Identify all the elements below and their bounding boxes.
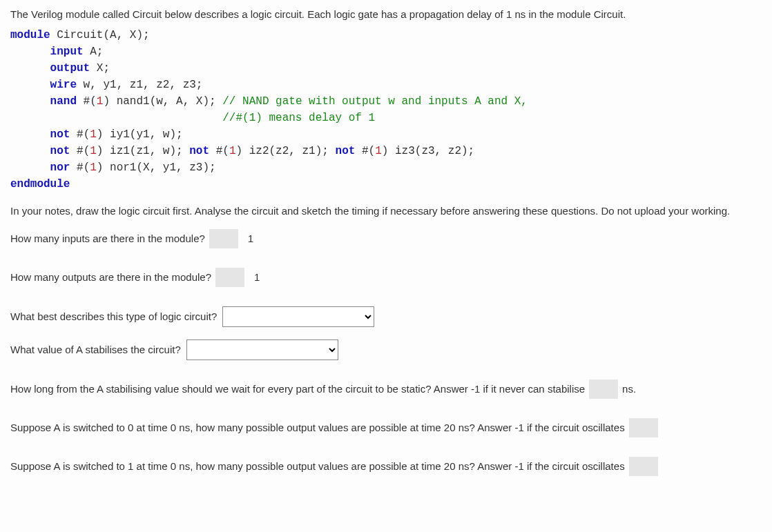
kw-not: not — [336, 145, 356, 157]
q1-answer-box[interactable] — [209, 229, 238, 248]
code-text: ) iz3(z3, z2); — [382, 145, 474, 157]
question-7: Suppose A is switched to 1 at time 0 ns,… — [10, 457, 762, 476]
num: 1 — [375, 145, 382, 157]
code-text: ) iz1(z1, w); — [97, 145, 189, 157]
q5-text: How long from the A stabilising value sh… — [10, 381, 585, 397]
code-text: #( — [70, 161, 90, 174]
intro-text: The Verilog module called Circuit below … — [10, 7, 762, 21]
code-text: #( — [355, 145, 375, 157]
question-5: How long from the A stabilising value sh… — [10, 380, 762, 399]
question-3: What best describes this type of logic c… — [10, 306, 762, 327]
num: 1 — [90, 128, 97, 141]
code-text: ) nor1(X, y1, z3); — [97, 161, 216, 174]
q2-answer: 1 — [254, 269, 260, 286]
question-6: Suppose A is switched to 0 at time 0 ns,… — [10, 418, 762, 437]
code-text: #( — [209, 145, 229, 157]
instruction-note: In your notes, draw the logic circuit fi… — [10, 205, 762, 217]
code-text: A; — [84, 46, 104, 58]
q3-text: What best describes this type of logic c… — [10, 308, 217, 325]
kw-wire: wire — [50, 79, 77, 91]
code-text: ) iz2(z2, z1); — [236, 145, 336, 157]
q7-text: Suppose A is switched to 1 at time 0 ns,… — [10, 458, 625, 475]
kw-nand: nand — [50, 95, 77, 108]
q3-select[interactable] — [222, 306, 374, 327]
kw-module: module — [10, 29, 50, 41]
q2-answer-box[interactable] — [215, 268, 244, 287]
question-2: How many outputs are there in the module… — [10, 268, 762, 287]
q5-unit: ns. — [622, 381, 636, 397]
kw-not: not — [50, 128, 70, 141]
code-text: w, y1, z1, z2, z3; — [77, 79, 202, 91]
kw-output: output — [50, 62, 90, 75]
num: 1 — [90, 161, 97, 174]
q6-text: Suppose A is switched to 0 at time 0 ns,… — [10, 420, 625, 436]
code-text: #( — [70, 145, 90, 157]
code-text: ) iy1(y1, w); — [97, 128, 183, 141]
q4-select[interactable] — [186, 339, 338, 360]
q1-text: How many inputs are there in the module? — [10, 230, 205, 247]
num: 1 — [97, 95, 104, 108]
kw-nor: nor — [50, 161, 70, 174]
q7-answer-box[interactable] — [629, 457, 658, 476]
code-text: X; — [90, 62, 110, 75]
kw-not: not — [50, 145, 70, 157]
kw-endmodule: endmodule — [10, 178, 70, 190]
q2-text: How many outputs are there in the module… — [10, 269, 211, 286]
code-text: ) nand1(w, A, X); — [103, 95, 222, 108]
num: 1 — [90, 145, 97, 157]
code-text: #( — [70, 128, 90, 141]
q1-answer: 1 — [248, 230, 253, 247]
code-text: Circuit(A, X); — [50, 29, 150, 41]
kw-not: not — [189, 145, 209, 157]
kw-input: input — [50, 46, 84, 58]
comment: // NAND gate with output w and inputs A … — [222, 95, 528, 108]
q4-text: What value of A stabilises the circuit? — [10, 342, 181, 358]
verilog-code-block: module Circuit(A, X); input A; output X;… — [10, 27, 762, 193]
question-1: How many inputs are there in the module?… — [10, 229, 762, 248]
comment: //#(1) means delay of 1 — [222, 112, 375, 124]
q6-answer-box[interactable] — [629, 418, 658, 437]
code-text: #( — [77, 95, 97, 108]
num: 1 — [229, 145, 236, 157]
q5-answer-box[interactable] — [589, 380, 618, 399]
question-4: What value of A stabilises the circuit? — [10, 339, 762, 360]
